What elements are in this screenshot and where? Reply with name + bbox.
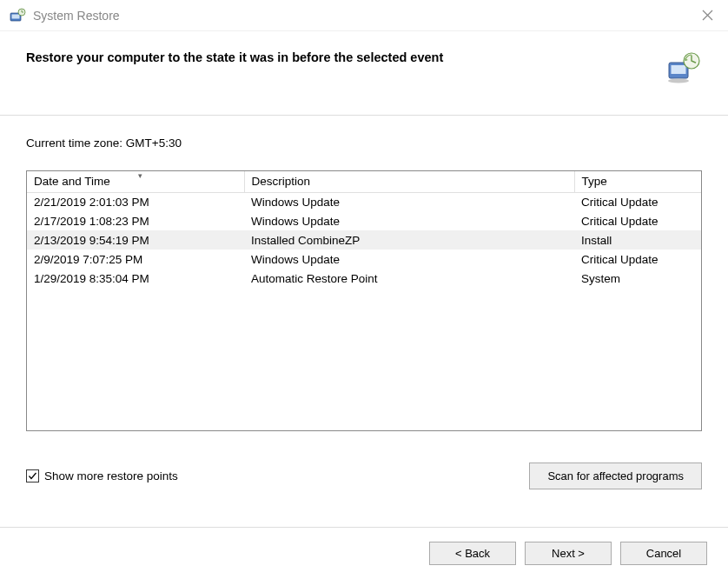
table-row-empty	[27, 403, 701, 422]
header-area: Restore your computer to the state it wa…	[0, 31, 728, 116]
table-cell-date: 2/9/2019 7:07:25 PM	[27, 250, 244, 269]
timezone-label: Current time zone: GMT+5:30	[26, 136, 702, 150]
table-cell-date: 2/17/2019 1:08:23 PM	[27, 211, 244, 230]
table-cell-desc: Windows Update	[244, 211, 574, 230]
system-restore-icon	[9, 7, 26, 24]
table-row[interactable]: 2/17/2019 1:08:23 PMWindows UpdateCritic…	[27, 211, 701, 230]
checkmark-icon	[28, 471, 37, 481]
show-more-label: Show more restore points	[44, 469, 178, 482]
next-button[interactable]: Next >	[525, 542, 612, 565]
column-header-date[interactable]: Date and Time ▾	[27, 171, 244, 192]
cancel-button[interactable]: Cancel	[620, 542, 707, 565]
sort-desc-icon: ▾	[138, 171, 142, 180]
table-row-empty	[27, 383, 701, 403]
table-cell-desc: Installed CombineZP	[244, 230, 574, 250]
column-header-desc-label: Description	[252, 175, 311, 188]
table-row-empty	[27, 307, 701, 326]
wizard-footer: < Back Next > Cancel	[0, 527, 728, 579]
svg-point-5	[668, 79, 689, 83]
column-header-date-label: Date and Time	[34, 175, 110, 188]
table-row[interactable]: 2/9/2019 7:07:25 PMWindows UpdateCritica…	[27, 250, 701, 269]
table-cell-date: 2/13/2019 9:54:19 PM	[27, 230, 244, 250]
table-row[interactable]: 1/29/2019 8:35:04 PMAutomatic Restore Po…	[27, 269, 701, 288]
table-cell-desc: Automatic Restore Point	[244, 269, 574, 288]
table-row-empty	[27, 288, 701, 307]
table-cell-type: Critical Update	[574, 192, 701, 211]
content-area: Current time zone: GMT+5:30 Date and Tim…	[0, 116, 728, 445]
column-header-description[interactable]: Description	[244, 171, 574, 192]
table-cell-desc: Windows Update	[244, 192, 574, 211]
table-cell-type: System	[574, 269, 701, 288]
table-cell-date: 1/29/2019 8:35:04 PM	[27, 269, 244, 288]
window-title: System Restore	[33, 9, 690, 23]
table-row-empty	[27, 364, 701, 383]
table-cell-type: Install	[574, 230, 701, 250]
column-header-type-label: Type	[582, 175, 607, 188]
table-row-empty	[27, 326, 701, 345]
table-cell-desc: Windows Update	[244, 250, 574, 269]
restore-points-table: Date and Time ▾ Description Type 2/21/20…	[26, 170, 702, 431]
close-button[interactable]	[690, 3, 725, 28]
column-header-type[interactable]: Type	[574, 171, 701, 192]
svg-rect-4	[672, 65, 686, 74]
options-row: Show more restore points Scan for affect…	[0, 445, 728, 489]
table-cell-type: Critical Update	[574, 250, 701, 269]
titlebar: System Restore	[0, 0, 728, 31]
table-row[interactable]: 2/13/2019 9:54:19 PMInstalled CombineZPI…	[27, 230, 701, 250]
svg-rect-1	[12, 14, 20, 18]
scan-affected-button[interactable]: Scan for affected programs	[529, 463, 702, 489]
close-icon	[702, 10, 713, 21]
page-heading: Restore your computer to the state it wa…	[26, 50, 665, 64]
table-cell-date: 2/21/2019 2:01:03 PM	[27, 192, 244, 211]
table-row[interactable]: 2/21/2019 2:01:03 PMWindows UpdateCritic…	[27, 192, 701, 211]
table-header-row: Date and Time ▾ Description Type	[27, 171, 701, 192]
show-more-checkbox[interactable]: Show more restore points	[26, 469, 529, 482]
restore-header-icon	[665, 50, 702, 87]
checkbox-box	[26, 469, 39, 482]
table-cell-type: Critical Update	[574, 211, 701, 230]
back-button[interactable]: < Back	[429, 542, 516, 565]
table-row-empty	[27, 345, 701, 364]
